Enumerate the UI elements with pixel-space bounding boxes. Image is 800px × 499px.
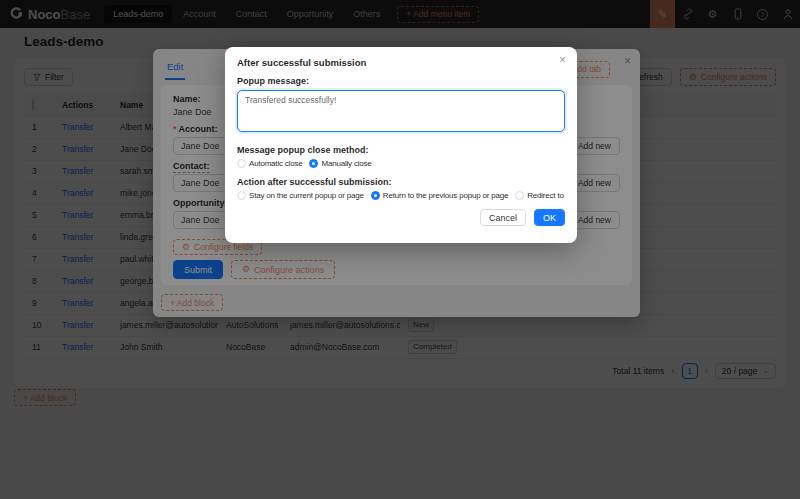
radio-circle-icon — [237, 191, 246, 200]
popup-message-textarea[interactable]: Transfered successfully! — [237, 90, 565, 132]
radio-circle-icon — [237, 159, 246, 168]
close-method-label: Message popup close method: — [237, 145, 565, 155]
radio-option[interactable]: Manually close — [309, 159, 371, 168]
radio-option[interactable]: Redirect to — [515, 191, 563, 200]
radio-circle-icon — [515, 191, 524, 200]
cancel-button[interactable]: Cancel — [480, 209, 526, 226]
popup-message-label: Popup message: — [237, 76, 565, 86]
after-submission-dialog: × After successful submission Popup mess… — [225, 47, 577, 243]
ok-button[interactable]: OK — [534, 209, 565, 226]
radio-circle-icon — [309, 159, 318, 168]
radio-circle-icon — [371, 191, 380, 200]
nocobase-app: NocoBase Leads-demoAccountContactOpportu… — [0, 0, 800, 499]
dialog-title: After successful submission — [237, 57, 565, 68]
action-after-radio-group: Stay on the current popup or page Return… — [237, 191, 565, 200]
radio-option[interactable]: Stay on the current popup or page — [237, 191, 364, 200]
close-method-radio-group: Automatic close Manually close — [237, 159, 565, 168]
radio-option[interactable]: Automatic close — [237, 159, 302, 168]
dialog-close-icon[interactable]: × — [559, 54, 566, 66]
radio-option[interactable]: Return to the previous popup or page — [371, 191, 508, 200]
action-after-label: Action after successful submission: — [237, 177, 565, 187]
